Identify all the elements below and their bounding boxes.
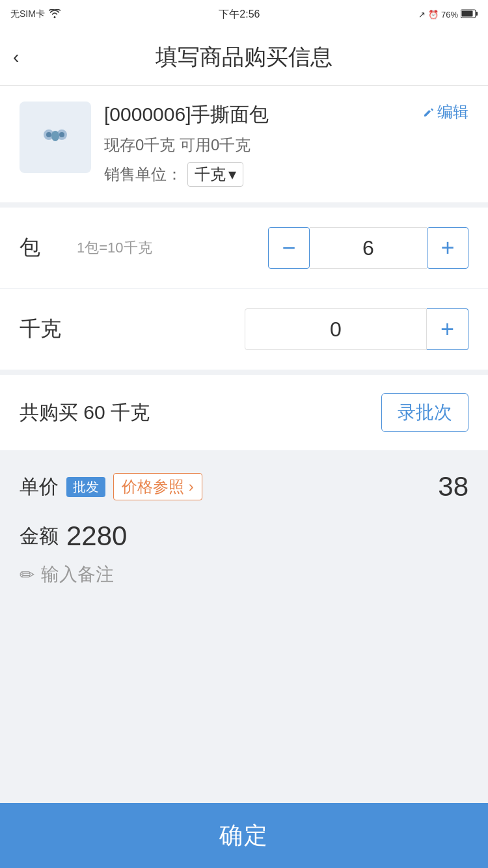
svg-rect-1 (476, 12, 478, 16)
unit-select[interactable]: 千克 ▾ (187, 162, 243, 187)
status-bar-right: ↗ ⏰ 76% (418, 9, 478, 20)
remark-placeholder: 输入备注 (41, 562, 114, 587)
svg-point-7 (59, 132, 64, 137)
batch-button[interactable]: 录批次 (381, 393, 468, 432)
amount-value: 2280 (66, 521, 127, 552)
back-button[interactable]: ‹ (13, 47, 19, 68)
bag-label: 包 (20, 234, 72, 262)
price-row: 单价 批发 价格参照 › 38 (20, 471, 468, 502)
kg-input-row: 千克 + (0, 289, 488, 370)
svg-point-5 (51, 131, 59, 141)
battery-icon (461, 9, 478, 20)
kg-controls: + (245, 308, 468, 350)
price-label: 单价 (20, 474, 59, 500)
product-stock: 现存0千克 可用0千克 (104, 135, 468, 156)
product-card: [0000006]手撕面包 编辑 现存0千克 可用0千克 销售单位： 千克 ▾ (0, 86, 488, 208)
product-image (20, 102, 91, 173)
empty-space (0, 600, 488, 808)
svg-rect-2 (462, 10, 473, 16)
remark-icon: ✏ (20, 564, 34, 586)
nav-bar: ‹ 填写商品购买信息 (0, 29, 488, 86)
wifi-icon (49, 9, 61, 20)
location-icon: ↗ (418, 10, 426, 20)
edit-button[interactable]: 编辑 (423, 102, 468, 122)
bag-hint: 1包=10千克 (77, 238, 268, 258)
price-ref-button[interactable]: 价格参照 › (113, 473, 202, 500)
price-tag: 批发 (66, 477, 105, 497)
input-section: 包 1包=10千克 − + 千克 + (0, 208, 488, 375)
alarm-icon: ⏰ (428, 10, 439, 20)
edit-label: 编辑 (437, 102, 468, 122)
amount-row: 金额 2280 (20, 521, 468, 552)
product-name: [0000006]手撕面包 (104, 102, 269, 128)
summary-text: 共购买 60 千克 (20, 400, 150, 426)
price-section: 单价 批发 价格参照 › 38 (0, 455, 488, 521)
status-bar-time: 下午2:56 (219, 8, 260, 21)
status-bar-left: 无SIM卡 (10, 8, 61, 20)
bag-controls: − + (268, 227, 468, 269)
product-unit: 销售单位： 千克 ▾ (104, 162, 468, 187)
product-info: [0000006]手撕面包 编辑 现存0千克 可用0千克 销售单位： 千克 ▾ (104, 102, 468, 187)
kg-quantity-input[interactable] (245, 308, 427, 350)
summary-row: 共购买 60 千克 录批次 (0, 375, 488, 455)
bag-input-row: 包 1包=10千克 − + (0, 208, 488, 289)
confirm-button[interactable]: 确定 (0, 803, 488, 868)
price-value: 38 (438, 471, 468, 502)
remark-row[interactable]: ✏ 输入备注 (20, 562, 468, 587)
kg-label: 千克 (20, 315, 72, 344)
bag-quantity-input[interactable] (310, 227, 427, 269)
bag-minus-button[interactable]: − (268, 227, 310, 269)
price-left: 单价 批发 价格参照 › (20, 473, 202, 500)
status-bar: 无SIM卡 下午2:56 ↗ ⏰ 76% (0, 0, 488, 29)
page-title: 填写商品购买信息 (156, 42, 332, 72)
bag-plus-button[interactable]: + (427, 227, 468, 269)
amount-section: 金额 2280 ✏ 输入备注 (0, 521, 488, 600)
svg-point-6 (46, 132, 51, 137)
carrier-label: 无SIM卡 (10, 8, 45, 20)
amount-label: 金额 (20, 523, 59, 550)
confirm-label: 确定 (219, 820, 269, 852)
battery-label: 76% (441, 10, 458, 20)
kg-plus-button[interactable]: + (427, 308, 468, 350)
